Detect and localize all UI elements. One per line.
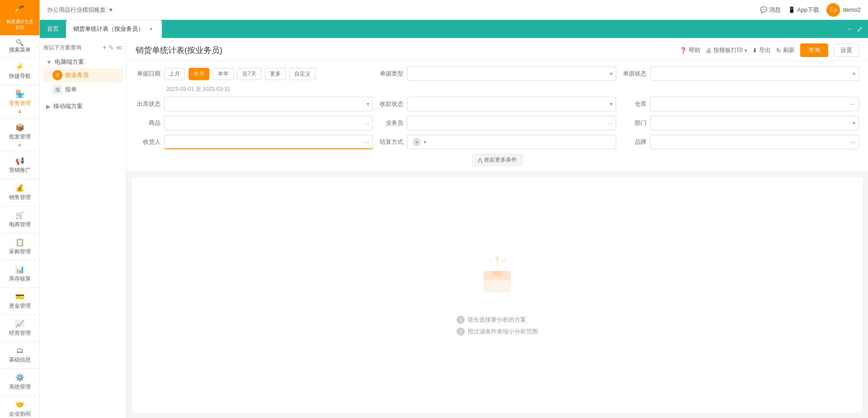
message-btn[interactable]: 💬 消息	[760, 6, 781, 14]
filter-area: 单据日期 上月 本月 本年 近7天 更多 自定义	[127, 61, 868, 172]
sidebar-item-system[interactable]: ⚙️ 系统管理	[0, 369, 39, 396]
export-btn[interactable]: ⬇ 导出	[752, 46, 771, 54]
receive-status-select[interactable]	[407, 97, 616, 111]
add-scheme-icon[interactable]: +	[103, 43, 107, 52]
date-btn-more[interactable]: 更多	[265, 68, 286, 80]
dept-select[interactable]	[650, 116, 859, 130]
edit-scheme-icon[interactable]: ✎	[108, 44, 114, 51]
warehouse-input[interactable]	[650, 97, 859, 111]
tab-maximize-icon[interactable]: ⤢	[857, 25, 863, 33]
app-download-btn[interactable]: 📱 App下载	[788, 6, 819, 14]
date-btn-last-month[interactable]: 上月	[164, 68, 185, 80]
finance-icon: 💳	[15, 292, 24, 301]
user-name: demo2	[843, 6, 861, 13]
sidebar-item-retail[interactable]: 🏪 零售管理 ▲	[0, 85, 39, 119]
filter-cell-order-type: 单据类型 ▾	[378, 66, 616, 81]
collapse-panel-icon[interactable]: ≪	[116, 44, 123, 51]
settlement-clear-icon[interactable]: ×	[413, 138, 421, 146]
salesperson-label: 业务员	[378, 119, 403, 127]
settings-button[interactable]: 设置	[834, 43, 859, 57]
scheme-item-order[interactable]: 按 按单	[43, 82, 123, 97]
sidebar: 🍊 畅捷通好生意 标版 🔍 搜索菜单 ⚡ 快捷导航 🏪 零售管理 ▲ 📦 批发管…	[0, 0, 40, 418]
brand-label: 品牌	[622, 138, 646, 146]
empty-illustration	[475, 253, 520, 298]
tab-home[interactable]: 首页	[40, 20, 66, 38]
svg-line-6	[502, 260, 506, 262]
salesperson-input[interactable]	[407, 116, 616, 130]
sidebar-item-operation[interactable]: 📈 经营管理	[0, 315, 39, 342]
query-button[interactable]: 查询	[800, 43, 828, 57]
breadcrumb-text[interactable]: 办公用品行业模拟账套	[47, 6, 106, 14]
sidebar-item-marketing[interactable]: 📢 营销推广	[0, 152, 39, 179]
date-btn-this-year[interactable]: 本年	[213, 68, 234, 80]
sidebar-item-collab[interactable]: 🤝 企业协同	[0, 396, 39, 418]
breadcrumb-arrow[interactable]: ▾	[109, 6, 113, 13]
date-range-display: 2023-03-01 至 2023-03-31	[136, 86, 859, 97]
purchase-icon: 📋	[15, 238, 24, 247]
app-logo[interactable]: 🍊 畅捷通好生意 标版	[0, 0, 39, 35]
collapse-arrow-icon: ⋀	[478, 157, 482, 163]
collapse-btn[interactable]: ⋀ 收起更多条件	[472, 154, 523, 166]
print-btn[interactable]: 🖨 按模板打印 ▾	[706, 46, 747, 54]
tab-close-icon[interactable]: ×	[147, 25, 155, 33]
quick-nav-icon: ⚡	[15, 62, 24, 71]
goods-dots[interactable]: ···	[364, 119, 370, 127]
date-btn-this-month[interactable]: 本月	[189, 68, 209, 80]
basic-icon: 🗂	[16, 347, 24, 355]
tip-text-1: 请先选择要分析的方案	[467, 314, 526, 326]
date-filter: 上月 本月 本年 近7天 更多 自定义	[164, 68, 316, 80]
settlement-chevron: ▾	[424, 139, 426, 145]
consignee-dots[interactable]: ···	[364, 138, 370, 146]
user-info[interactable]: Ea demo2	[826, 3, 861, 17]
ecommerce-icon: 🛒	[15, 211, 24, 219]
sidebar-item-finance[interactable]: 💳 资金管理	[0, 288, 39, 315]
goods-input[interactable]	[164, 116, 373, 130]
message-icon: 💬	[760, 6, 767, 13]
help-btn[interactable]: ❓ 帮助	[679, 46, 700, 54]
tab-minimize-icon[interactable]: －	[846, 24, 853, 34]
operation-icon: 📈	[15, 319, 24, 328]
mobile-group-header[interactable]: ▶ 移动端方案	[43, 100, 123, 112]
quick-nav-label: 快捷导航	[9, 72, 31, 80]
order-type-control: ▾	[407, 66, 616, 81]
out-status-select[interactable]	[164, 97, 373, 111]
filter-cell-dept: 部门 ▾	[622, 116, 859, 130]
brand-dots[interactable]: ···	[850, 138, 855, 146]
order-type-select[interactable]	[407, 66, 616, 81]
order-status-select[interactable]	[650, 66, 859, 81]
warehouse-dots[interactable]: ···	[850, 100, 855, 108]
filter-row-2: 出库状态 ▾ 收款状态	[136, 97, 859, 111]
salesperson-control: ···	[407, 116, 616, 130]
page-header: 销货单统计表(按业务员) ❓ 帮助 🖨 按模板打印 ▾ ⬇ 导出	[127, 38, 868, 61]
date-btn-7days[interactable]: 近7天	[237, 68, 261, 80]
desktop-group-arrow: ▼	[46, 59, 52, 66]
dept-label: 部门	[622, 119, 646, 127]
refresh-btn[interactable]: ↻ 刷新	[776, 46, 795, 54]
tab-active[interactable]: 销货单统计表（按业务员） ×	[66, 20, 162, 38]
system-icon: ⚙️	[15, 373, 24, 382]
scheme-item-salesperson[interactable]: 业 按业务员	[43, 68, 123, 82]
sidebar-item-wholesale[interactable]: 📦 批发管理 ▲	[0, 119, 39, 152]
refresh-icon: ↻	[776, 47, 781, 54]
consignee-input[interactable]	[164, 135, 373, 149]
salesperson-dots[interactable]: ···	[607, 119, 613, 127]
sidebar-item-purchase[interactable]: 📋 采购管理	[0, 233, 39, 261]
date-label: 单据日期	[136, 70, 160, 78]
brand-input[interactable]	[650, 135, 859, 149]
consignee-label: 收货人	[136, 138, 160, 146]
sidebar-item-sales[interactable]: 💰 销售管理	[0, 179, 39, 206]
date-btn-custom[interactable]: 自定义	[289, 68, 316, 80]
sidebar-quick-nav[interactable]: ⚡ 快捷导航	[0, 58, 39, 85]
empty-tips: 1 请先选择要分析的方案 2 用过滤条件来缩小分析范围	[457, 314, 538, 337]
tip-num-1: 1	[457, 316, 465, 324]
sidebar-item-basic[interactable]: 🗂 基础信息	[0, 342, 39, 369]
sidebar-item-inventory[interactable]: 📊 库存核算	[0, 261, 39, 288]
user-avatar: Ea	[826, 3, 840, 17]
desktop-group-header[interactable]: ▼ 电脑端方案	[43, 56, 123, 68]
header-left: 办公用品行业模拟账套 ▾	[47, 6, 113, 14]
header-right: 💬 消息 📱 App下载 Ea demo2	[760, 3, 861, 17]
sidebar-search[interactable]: 🔍 搜索菜单	[0, 35, 39, 58]
sidebar-item-ecommerce[interactable]: 🛒 电商管理	[0, 206, 39, 233]
app-title: 畅捷通好生意	[2, 19, 37, 24]
filter-row-1: 单据日期 上月 本月 本年 近7天 更多 自定义	[136, 66, 859, 81]
